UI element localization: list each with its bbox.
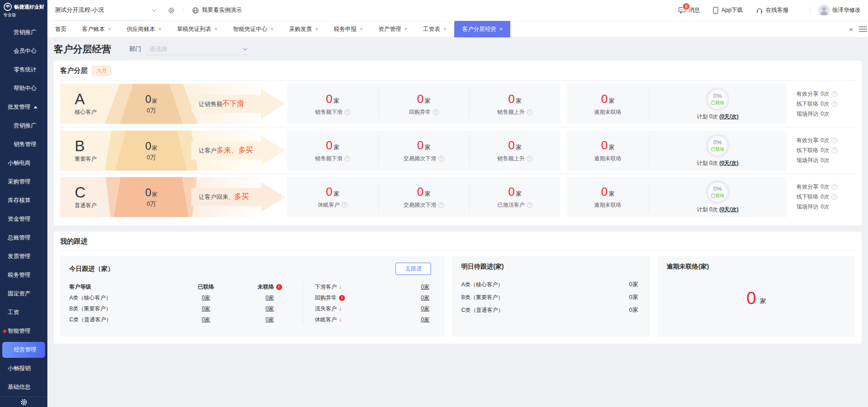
tab-close-icon[interactable] xyxy=(159,26,162,32)
uncontacted-value-link[interactable]: 0家 xyxy=(266,295,274,301)
workspace-selector[interactable]: 测试分开流程-小况 xyxy=(53,0,159,20)
tab[interactable]: 客户分层经营 xyxy=(454,21,510,37)
sidebar-item[interactable]: 销售管理 xyxy=(0,135,47,154)
help-icon[interactable] xyxy=(527,202,533,208)
tab[interactable]: 草稿凭证列表 xyxy=(169,21,226,37)
sidebar-item[interactable]: 总账管理 xyxy=(0,229,47,247)
sidebar-settings-button[interactable] xyxy=(0,397,47,407)
count-value: 0家 xyxy=(629,280,638,289)
alert-value-link[interactable]: 0家 xyxy=(421,283,430,291)
help-icon[interactable] xyxy=(832,148,837,153)
close-all-tabs-icon[interactable] xyxy=(843,25,859,33)
sidebar-item[interactable]: 小畅报销 xyxy=(0,359,47,378)
sidebar-item-label: 经营管理 xyxy=(14,346,36,354)
contacted-value-link[interactable]: 0家 xyxy=(202,295,211,301)
uncontacted-value-link[interactable]: 0家 xyxy=(266,305,274,312)
count-value: 0家 xyxy=(629,293,638,301)
sidebar-item[interactable]: 营销推广 xyxy=(0,117,47,135)
divider xyxy=(183,7,184,14)
sidebar-item[interactable]: 发票管理 xyxy=(0,247,47,266)
alert-value-link[interactable]: 0家 xyxy=(421,316,430,324)
tab-list-menu-icon[interactable] xyxy=(859,25,867,33)
page-title: 客户分层经营 xyxy=(54,43,111,56)
tab-close-icon[interactable] xyxy=(271,26,274,32)
sidebar-item[interactable]: 工资 xyxy=(0,303,47,322)
tab-label: 首页 xyxy=(55,25,67,33)
tab[interactable]: 工资表 xyxy=(416,21,455,37)
help-icon[interactable] xyxy=(832,137,837,143)
gauge-status: 已联络 xyxy=(711,100,724,106)
tab[interactable]: 首页 xyxy=(47,21,74,37)
plan-link[interactable]: (0天/次) xyxy=(719,160,739,166)
sidebar-item[interactable]: 帮助中心 xyxy=(0,79,47,98)
tab[interactable]: 资产管理 xyxy=(371,21,416,37)
alert-label: 回购异常 xyxy=(315,294,337,302)
tab-label: 税务申报 xyxy=(334,25,357,33)
overdue-stat: 0家 逾期未联络 xyxy=(567,131,649,171)
help-icon[interactable] xyxy=(344,109,350,115)
tab[interactable]: 智能凭证中心 xyxy=(226,21,282,37)
plan-link[interactable]: (0天/次) xyxy=(719,113,739,120)
help-icon[interactable] xyxy=(832,184,837,190)
help-icon[interactable] xyxy=(527,156,533,162)
gauge-status: 已联络 xyxy=(711,193,724,199)
sidebar-item[interactable]: 税务管理 xyxy=(0,266,47,285)
alert-value-link[interactable]: 0家 xyxy=(421,294,430,302)
help-icon[interactable] xyxy=(527,109,533,115)
sidebar-item[interactable]: 资金管理 xyxy=(0,210,47,229)
sidebar-item[interactable]: 会员中心 xyxy=(0,42,47,61)
help-icon[interactable] xyxy=(832,194,837,200)
tab-close-icon[interactable] xyxy=(360,26,363,32)
help-icon[interactable] xyxy=(438,156,444,162)
segment-amount: 0万 xyxy=(147,200,156,208)
tab-close-icon[interactable] xyxy=(405,26,408,32)
settings-button[interactable] xyxy=(168,7,175,14)
help-icon[interactable] xyxy=(438,202,444,208)
sidebar-item[interactable]: 库存核算 xyxy=(0,191,47,210)
plan-link[interactable]: (0天/次) xyxy=(719,206,739,213)
tomorrow-title: 明日待跟进(家) xyxy=(461,263,503,271)
contacted-value-link[interactable]: 0家 xyxy=(202,316,211,323)
sidebar-item[interactable]: 批发管理 xyxy=(0,98,47,117)
uncontacted-value-link[interactable]: 0家 xyxy=(266,316,274,323)
sidebar-item[interactable]: 固定资产 xyxy=(0,285,47,303)
alert-value-link[interactable]: 0家 xyxy=(421,305,430,313)
help-icon[interactable] xyxy=(832,91,837,97)
sidebar-item[interactable]: 小畅电商 xyxy=(0,154,47,173)
person-icon xyxy=(818,5,830,16)
sidebar-item[interactable]: 营销推广 xyxy=(0,23,47,42)
tab-close-icon[interactable] xyxy=(215,26,218,32)
sidebar-item[interactable]: 零售统计 xyxy=(0,61,47,79)
app-logo[interactable]: 畅捷通好业财 专业版 xyxy=(0,0,47,20)
segment-motto: 让客户多来、多买 xyxy=(191,131,287,171)
stat-label: 休眠客户 xyxy=(318,201,340,209)
help-icon[interactable] xyxy=(344,156,350,162)
contacted-value-link[interactable]: 0家 xyxy=(202,305,211,312)
stat-label: 逾期未联络 xyxy=(594,201,621,209)
tab-close-icon[interactable] xyxy=(108,26,111,32)
headset-icon xyxy=(756,7,763,14)
tab[interactable]: 采购发票 xyxy=(282,21,326,37)
help-icon[interactable] xyxy=(342,202,348,208)
tab[interactable]: 供应商账本 xyxy=(119,21,169,37)
user-menu[interactable]: 徐泽华修改 xyxy=(818,5,861,16)
support-button[interactable]: 在线客服 xyxy=(756,6,789,14)
help-icon[interactable] xyxy=(433,109,439,115)
sidebar-item[interactable]: 采购管理 xyxy=(0,173,47,191)
tab-close-icon[interactable] xyxy=(315,26,318,32)
sidebar-item[interactable]: 智能管理 xyxy=(0,322,47,341)
column-uncontacted: 未联络 xyxy=(258,283,274,291)
sidebar-item[interactable]: 经营管理 xyxy=(2,342,45,358)
tab-close-icon[interactable] xyxy=(499,26,503,32)
app-download-button[interactable]: App下载 xyxy=(713,6,743,14)
help-icon[interactable] xyxy=(832,101,837,107)
tab[interactable]: 税务申报 xyxy=(326,21,371,37)
tab[interactable]: 客户账本 xyxy=(74,21,119,37)
extra-stat: 现场拜访 0次 xyxy=(796,203,855,211)
go-followup-button[interactable]: 去跟进 xyxy=(395,263,431,275)
messages-button[interactable]: 消息 8 xyxy=(678,6,700,14)
tab-close-icon[interactable] xyxy=(443,26,447,32)
demo-link[interactable]: 我要看实例演示 xyxy=(192,6,242,14)
department-select[interactable]: 请选择 xyxy=(147,44,249,55)
sidebar-item[interactable]: 基础信息 xyxy=(0,378,47,397)
